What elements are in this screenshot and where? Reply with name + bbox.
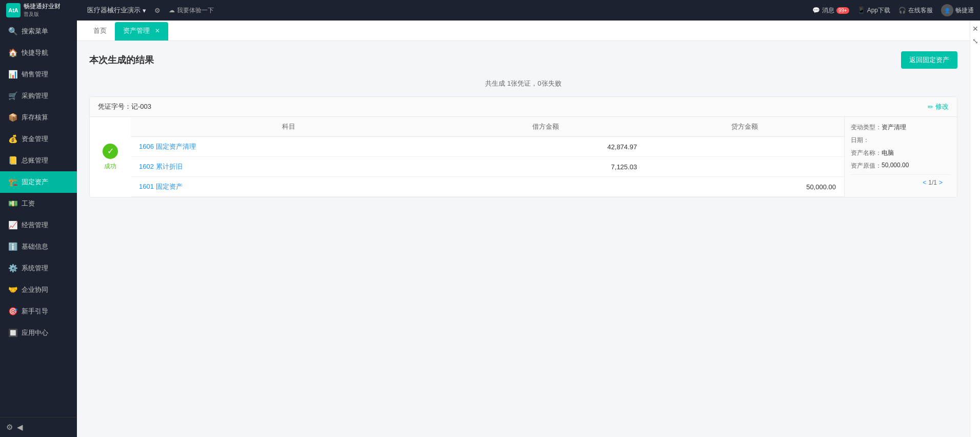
right-panel: ✕ ⤡ — [970, 21, 980, 437]
content-area: 首页 资产管理 ✕ 本次生成的结果 返回固定资产 共生成 1张凭证，0张失败 凭… — [77, 21, 970, 437]
message-icon: 💬 — [812, 7, 820, 14]
money-icon: 💰 — [8, 134, 17, 144]
messages-badge: 99+ — [836, 7, 849, 14]
logo-sub: 普及版 — [24, 11, 61, 18]
download-icon: 📱 — [857, 7, 865, 14]
next-page-button[interactable]: > — [937, 179, 945, 186]
dropdown-icon: ▾ — [143, 7, 146, 14]
sidebar-item-system[interactable]: ⚙️ 系统管理 — [0, 257, 77, 279]
return-button[interactable]: 返回固定资产 — [901, 51, 957, 69]
sidebar-item-label: 新手引导 — [22, 307, 48, 316]
col-subject: 科目 — [131, 117, 446, 137]
prev-page-button[interactable]: < — [921, 179, 928, 186]
sidebar-item-inventory[interactable]: 📦 库存核算 — [0, 107, 77, 128]
asset-value-row: 资产原值： 50,000.00 — [851, 162, 951, 170]
sidebar: 🔍 搜索菜单 🏠 快捷导航 📊 销售管理 🛒 采购管理 📦 库存核算 💰 — [0, 21, 77, 437]
search-icon: 🔍 — [8, 27, 17, 36]
sidebar-item-salary[interactable]: 💵 工资 — [0, 193, 77, 214]
panel-expand-button[interactable]: ⤡ — [972, 37, 978, 45]
sidebar-item-basic-info[interactable]: ℹ️ 基础信息 — [0, 236, 77, 257]
sidebar-settings-button[interactable]: ⚙ — [6, 423, 13, 432]
handshake-icon: 🤝 — [8, 285, 17, 294]
tab-asset-label: 资产管理 — [123, 27, 150, 34]
sidebar-collapse-button[interactable]: ◀ — [17, 423, 23, 432]
sidebar-item-label: 经营管理 — [22, 221, 48, 230]
edit-icon: ✏ — [928, 103, 933, 111]
sidebar-item-operations[interactable]: 📈 经营管理 — [0, 214, 77, 236]
trend-icon: 📈 — [8, 221, 17, 230]
user-area[interactable]: 👤 畅捷通 — [941, 4, 974, 16]
table-row: 1602 累计折旧 7,125.03 — [131, 157, 844, 177]
sidebar-item-enterprise[interactable]: 🤝 企业协同 — [0, 279, 77, 301]
sidebar-item-ledger[interactable]: 📒 总账管理 — [0, 150, 77, 171]
sidebar-item-quick-nav[interactable]: 🏠 快捷导航 — [0, 42, 77, 64]
sidebar-item-label: 采购管理 — [22, 91, 48, 101]
row2-credit — [645, 157, 844, 177]
cart-icon: 🛒 — [8, 91, 17, 101]
tab-bar: 首页 资产管理 ✕ — [77, 21, 970, 41]
top-header: AtA 畅捷通好业财 普及版 医疗器械行业演示 ▾ ⚙ ☁ 我要体验一下 💬 消… — [0, 0, 980, 21]
date-label: 日期： — [851, 136, 882, 145]
sidebar-item-sales[interactable]: 📊 销售管理 — [0, 64, 77, 85]
row3-subject: 1601 固定资产 — [131, 177, 446, 197]
edit-label: 修改 — [935, 102, 949, 111]
sidebar-item-label: 企业协同 — [22, 285, 48, 294]
online-service-button[interactable]: 🎧 在线客服 — [898, 6, 933, 15]
sidebar-item-label: 应用中心 — [22, 328, 48, 337]
sidebar-item-search[interactable]: 🔍 搜索菜单 — [0, 21, 77, 42]
edit-button[interactable]: ✏ 修改 — [928, 102, 949, 111]
asset-name-label: 资产名称： — [851, 149, 882, 157]
side-info-panel: 变动类型： 资产清理 日期： 资产名称： 电脑 资产原值： — [844, 117, 957, 197]
tab-home[interactable]: 首页 — [85, 22, 115, 41]
service-icon: 🎧 — [898, 7, 906, 14]
entries-table: 科目 借方金额 贷方金额 1606 固定资产清理 42,874.97 — [131, 117, 844, 197]
page-indicator: 1/1 — [928, 179, 937, 186]
app-download-button[interactable]: 📱 App下载 — [857, 6, 890, 15]
tab-asset-management[interactable]: 资产管理 ✕ — [115, 22, 168, 41]
messages-button[interactable]: 💬 消息 99+ — [812, 6, 849, 15]
username: 畅捷通 — [955, 6, 974, 15]
voucher-header: 凭证字号：记-003 ✏ 修改 — [90, 97, 957, 117]
box-icon: 📦 — [8, 113, 17, 122]
settings-gear-button[interactable]: ⚙ — [150, 3, 165, 17]
sidebar-item-guide[interactable]: 🎯 新手引导 — [0, 301, 77, 322]
asset-name-value: 电脑 — [882, 149, 894, 157]
row2-debit: 7,125.03 — [446, 157, 645, 177]
cloud-icon: ☁ — [169, 7, 175, 14]
tab-home-label: 首页 — [93, 27, 107, 34]
tab-close-icon[interactable]: ✕ — [155, 27, 160, 34]
panel-close-button[interactable]: ✕ — [972, 25, 978, 33]
sidebar-item-fixed-assets[interactable]: 🏗️ 固定资产 — [0, 171, 77, 193]
sidebar-item-purchase[interactable]: 🛒 采购管理 — [0, 85, 77, 107]
experience-button[interactable]: ☁ 我要体验一下 — [165, 4, 218, 17]
sidebar-scroll: 🔍 搜索菜单 🏠 快捷导航 📊 销售管理 🛒 采购管理 📦 库存核算 💰 — [0, 21, 77, 417]
asset-name-row: 资产名称： 电脑 — [851, 149, 951, 157]
sidebar-item-label: 资金管理 — [22, 134, 48, 144]
col-debit: 借方金额 — [446, 117, 645, 137]
page-content: 本次生成的结果 返回固定资产 共生成 1张凭证，0张失败 凭证字号：记-003 … — [77, 41, 970, 437]
page-header: 本次生成的结果 返回固定资产 — [89, 51, 957, 69]
voucher-number: 凭证字号：记-003 — [98, 102, 151, 111]
voucher-table: 科目 借方金额 贷方金额 1606 固定资产清理 42,874.97 — [131, 117, 844, 197]
salary-icon: 💵 — [8, 199, 17, 208]
sidebar-item-label: 系统管理 — [22, 264, 48, 273]
sidebar-item-label: 基础信息 — [22, 242, 48, 251]
sidebar-item-finance[interactable]: 💰 资金管理 — [0, 128, 77, 150]
row3-debit — [446, 177, 645, 197]
asset-value-value: 50,000.00 — [882, 162, 909, 170]
header-right: 💬 消息 99+ 📱 App下载 🎧 在线客服 👤 畅捷通 — [812, 4, 974, 16]
change-type-row: 变动类型： 资产清理 — [851, 123, 951, 132]
experience-label: 我要体验一下 — [177, 6, 214, 15]
company-selector[interactable]: 医疗器械行业演示 ▾ — [83, 4, 150, 17]
sidebar-item-app-center[interactable]: 🔲 应用中心 — [0, 322, 77, 344]
page-title: 本次生成的结果 — [89, 54, 154, 66]
row1-credit — [645, 137, 844, 157]
row1-subject: 1606 固定资产清理 — [131, 137, 446, 157]
home-icon: 🏠 — [8, 48, 17, 57]
gear-icon: ⚙ — [154, 7, 161, 14]
target-icon: 🎯 — [8, 307, 17, 316]
avatar: 👤 — [941, 4, 953, 16]
sidebar-bottom: ⚙ ◀ — [0, 417, 77, 437]
asset-value-label: 资产原值： — [851, 162, 882, 170]
voucher-body: ✓ 成功 科目 借方金额 贷方金额 — [90, 117, 957, 197]
